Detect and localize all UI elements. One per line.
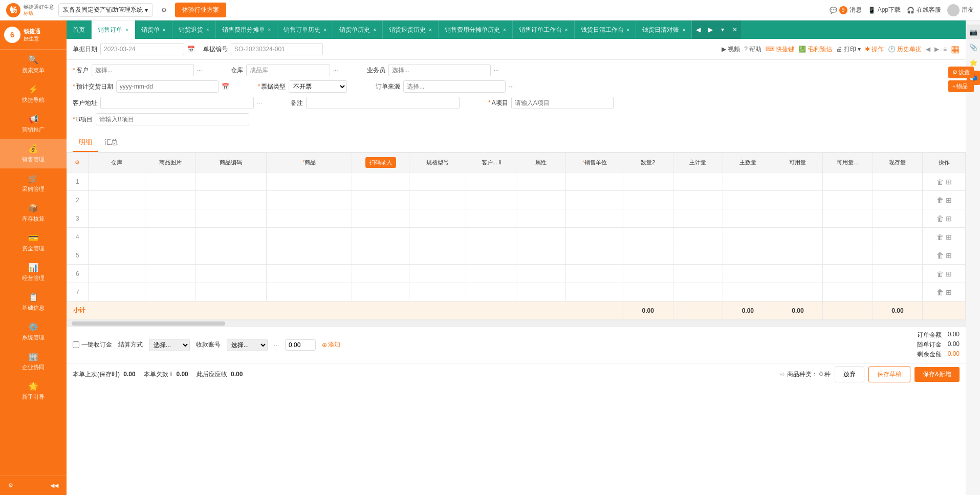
sidebar-item-inventory[interactable]: 📦 库存核算 [0, 198, 67, 228]
tab-close-sales-order[interactable]: × [125, 27, 128, 33]
copy-row-1-icon[interactable]: ⊞ [946, 178, 952, 186]
add-payment-button[interactable]: ⊕ 添加 [322, 340, 340, 349]
scan-button[interactable]: 扫码录入 [365, 157, 396, 168]
delete-row-3-icon[interactable]: 🗑 [937, 214, 944, 223]
nav-prev-button[interactable]: ◀ [926, 46, 930, 53]
user-avatar-button[interactable]: 用友 [947, 4, 974, 16]
delete-row-6-icon[interactable]: 🗑 [937, 270, 944, 278]
copy-row-6-icon[interactable]: ⊞ [946, 270, 952, 278]
salesperson-more-icon[interactable]: ··· [494, 67, 499, 74]
profit-estimate-button[interactable]: 💹 毛利预估 [798, 45, 832, 54]
tab-expense-history[interactable]: 销售费用分摊单历史 × [439, 20, 513, 39]
payment-method-select[interactable]: 选择... [149, 339, 190, 351]
tab-return-history[interactable]: 销货单历史 × [333, 20, 383, 39]
warehouse-more-icon[interactable]: ··· [333, 67, 338, 74]
detail-tab-detail[interactable]: 明细 [73, 134, 98, 152]
sidebar-item-purchase[interactable]: 🛒 采购管理 [0, 168, 67, 198]
tab-close-cash-reconcile[interactable]: × [682, 27, 685, 33]
sidebar-item-finance[interactable]: 💳 资金管理 [0, 228, 67, 257]
tab-cash-workspace[interactable]: 钱货日清工作台 × [575, 20, 637, 39]
b-project-input[interactable] [96, 113, 249, 125]
sidebar-item-guide[interactable]: 🌟 新手引导 [0, 376, 67, 406]
col-settings[interactable]: ⚙ [67, 153, 89, 173]
calendar-icon[interactable]: 📅 [187, 46, 195, 53]
save-draft-button[interactable]: 保存草稿 [868, 367, 910, 382]
view-list-icon[interactable]: ≡ [943, 46, 947, 53]
payment-amount-input[interactable] [285, 339, 316, 351]
settings-panel-button[interactable]: ⚙ 设置 [948, 67, 966, 78]
tab-order-workspace[interactable]: 销售订单工作台 × [513, 20, 575, 39]
delete-row-1-icon[interactable]: 🗑 [937, 178, 944, 186]
one-click-payment-checkbox[interactable]: 一键收订金 [73, 340, 112, 349]
copy-row-2-icon[interactable]: ⊞ [946, 196, 952, 204]
address-more-icon[interactable]: ··· [257, 99, 262, 106]
sidebar-item-quick-nav[interactable]: ⚡ 快捷导航 [0, 79, 67, 109]
delete-row-5-icon[interactable]: 🗑 [937, 251, 944, 260]
print-button[interactable]: 🖨 打印 ▾ [836, 45, 861, 54]
tab-close-order-workspace[interactable]: × [565, 27, 568, 33]
history-button[interactable]: 🕐 历史单据 [888, 45, 922, 54]
one-click-checkbox-input[interactable] [73, 341, 79, 348]
online-support-button[interactable]: 🎧 在线客服 [907, 6, 941, 14]
detail-tab-summary[interactable]: 汇总 [98, 134, 124, 152]
order-source-more-icon[interactable]: ··· [509, 83, 514, 90]
customer-input[interactable] [92, 64, 194, 76]
tab-expense-split[interactable]: 销售费用分摊单 × [216, 20, 278, 39]
sidebar-item-enterprise[interactable]: 🏢 企业协同 [0, 347, 67, 376]
delivery-date-input[interactable] [116, 80, 219, 93]
tab-refund-history[interactable]: 销货退货历史 × [383, 20, 439, 39]
app-download-button[interactable]: 📱 App下载 [868, 6, 901, 14]
view-video-button[interactable]: ▶ 视频 [722, 45, 740, 54]
sidebar-item-operations[interactable]: 📊 经营管理 [0, 257, 67, 287]
module-selector[interactable]: 装备及固定资产辅助管理系统 ▾ [58, 3, 153, 17]
tab-next-button[interactable]: ▶ [704, 20, 716, 39]
tab-home[interactable]: 首页 [67, 20, 92, 39]
copy-row-3-icon[interactable]: ⊞ [946, 214, 952, 223]
shortcut-button[interactable]: ⌨ 快捷键 [766, 45, 794, 54]
add-goods-button[interactable]: + 物品 [948, 80, 966, 92]
module-settings-icon[interactable]: ⚙ [157, 3, 171, 17]
customer-address-input[interactable] [100, 97, 254, 109]
date-input[interactable] [100, 43, 184, 55]
tab-close-sales-refund[interactable]: × [206, 27, 209, 33]
sidebar-item-system[interactable]: ⚙️ 系统管理 [0, 317, 67, 347]
sidebar-collapse-button[interactable]: ◀◀ [48, 480, 60, 491]
calendar2-icon[interactable]: 📅 [222, 83, 229, 90]
tab-sales-order[interactable]: 销售订单 × [92, 20, 135, 39]
order-no-input[interactable] [231, 43, 323, 55]
nav-next-button[interactable]: ▶ [934, 46, 939, 53]
customer-more-icon[interactable]: ··· [197, 67, 202, 74]
copy-row-5-icon[interactable]: ⊞ [946, 251, 952, 260]
help-button[interactable]: ? 帮助 [744, 45, 761, 54]
delete-row-7-icon[interactable]: 🗑 [937, 288, 944, 296]
table-scrollbar[interactable] [67, 320, 966, 326]
tab-cash-reconcile[interactable]: 钱货日清对账 × [636, 20, 692, 39]
tab-close-sales-return[interactable]: × [163, 27, 166, 33]
copy-row-4-icon[interactable]: ⊞ [946, 233, 952, 241]
delete-row-4-icon[interactable]: 🗑 [937, 233, 944, 241]
tab-close-refund-history[interactable]: × [429, 27, 432, 33]
account-more-icon[interactable]: ··· [274, 341, 279, 349]
order-source-input[interactable] [403, 80, 506, 93]
tab-close-all-button[interactable]: ✕ [729, 20, 741, 39]
sidebar-item-search[interactable]: 🔍 搜索菜单 [0, 50, 67, 79]
tab-prev-button[interactable]: ◀ [692, 20, 704, 39]
messages-button[interactable]: 💬 9 消息 [830, 6, 862, 14]
save-new-button[interactable]: 保存&新增 [914, 367, 960, 382]
a-project-input[interactable] [511, 97, 614, 109]
tab-sales-return[interactable]: 销货单 × [135, 20, 172, 39]
tab-close-expense-history[interactable]: × [503, 27, 506, 33]
delete-row-2-icon[interactable]: 🗑 [937, 196, 944, 204]
view-card-icon[interactable]: ▦ [951, 44, 960, 55]
remarks-input[interactable] [306, 97, 460, 109]
sidebar-item-sales[interactable]: 💰 销售管理 [0, 139, 67, 168]
tab-order-history[interactable]: 销售订单历史 × [277, 20, 333, 39]
tab-close-cash-workspace[interactable]: × [627, 27, 630, 33]
sidebar-item-marketing[interactable]: 📢 营销推广 [0, 109, 67, 139]
right-float-clip-icon[interactable]: 📎 [967, 40, 980, 54]
tab-sales-refund[interactable]: 销货退货 × [172, 20, 216, 39]
trial-button[interactable]: 体验行业方案 [175, 3, 226, 17]
discard-button[interactable]: 放弃 [835, 367, 864, 382]
sidebar-settings-button[interactable]: ⚙ [6, 480, 15, 491]
invoice-type-select[interactable]: 不开票 增值税普通发票 增值税专用发票 [289, 80, 347, 93]
